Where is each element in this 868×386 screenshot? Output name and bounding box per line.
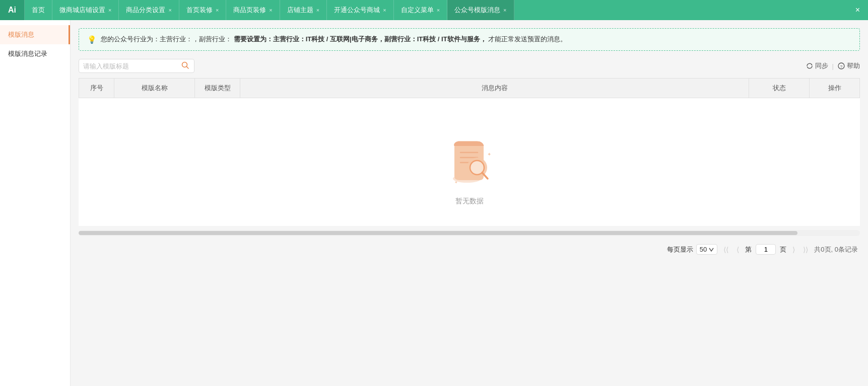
tab-product-decor[interactable]: 商品页装修 ×	[226, 0, 280, 20]
tab-close-template-msg[interactable]: ×	[503, 7, 506, 13]
page-size-wrap: 每页显示 50	[667, 244, 717, 255]
tab-home[interactable]: 首页	[25, 0, 52, 20]
tab-close-shop-theme[interactable]: ×	[316, 7, 319, 13]
svg-line-1	[186, 66, 188, 68]
sidebar: 模版消息 模版消息记录	[0, 20, 71, 386]
empty-state: ✦ ✦ 暂无数据	[79, 98, 860, 226]
col-type: 模版类型	[195, 79, 240, 98]
tab-open-mall[interactable]: 开通公众号商城 ×	[327, 0, 393, 20]
page-last-button[interactable]: ⟩⟩	[801, 245, 810, 255]
toolbar-divider: |	[832, 62, 834, 70]
tab-close-custom-menu[interactable]: ×	[437, 7, 440, 13]
search-area: 同步 | ? 帮助	[79, 59, 860, 73]
page-next-button[interactable]: ⟩	[790, 245, 797, 255]
col-name: 模版名称	[114, 79, 195, 98]
empty-state-icon: ✦ ✦	[439, 128, 500, 189]
main-layout: 模版消息 模版消息记录 💡 您的公众号行业为：主营行业：，副营行业： 需要设置为…	[0, 20, 868, 386]
tab-close-home-decor[interactable]: ×	[216, 7, 219, 13]
search-input[interactable]	[83, 62, 180, 70]
tab-shop-theme[interactable]: 店铺主题 ×	[280, 0, 327, 20]
chevron-down-icon	[709, 248, 714, 252]
tab-bar: Ai 首页 微商城店铺设置 × 商品分类设置 × 首页装修 × 商品页装修 × …	[0, 0, 868, 20]
sidebar-item-template-msg[interactable]: 模版消息	[0, 25, 70, 44]
search-input-wrap	[79, 59, 194, 73]
content-area: 💡 您的公众号行业为：主营行业：，副营行业： 需要设置为：主营行业：IT科技 /…	[71, 20, 868, 386]
col-status: 状态	[749, 79, 810, 98]
help-button[interactable]: ? 帮助	[838, 61, 860, 70]
toolbar-right: 同步 | ? 帮助	[806, 61, 860, 70]
total-info: 共0页, 0条记录	[814, 245, 858, 254]
page-input[interactable]: 1	[756, 244, 776, 255]
tab-close-product-category[interactable]: ×	[168, 7, 171, 13]
tab-custom-menu[interactable]: 自定义菜单 ×	[394, 0, 447, 20]
tab-home-decor[interactable]: 首页装修 ×	[179, 0, 226, 20]
tab-close-product-decor[interactable]: ×	[269, 7, 272, 13]
horizontal-scrollbar[interactable]	[79, 230, 860, 236]
tab-template-msg[interactable]: 公众号模版消息 ×	[447, 0, 514, 20]
data-table: 序号 模版名称 模版类型 消息内容 状态 操作	[79, 78, 860, 226]
svg-text:?: ?	[840, 64, 843, 69]
tab-close-open-mall[interactable]: ×	[383, 7, 386, 13]
svg-text:✦: ✦	[454, 180, 458, 185]
notice-box: 💡 您的公众号行业为：主营行业：，副营行业： 需要设置为：主营行业：IT科技 /…	[79, 28, 860, 51]
search-icon	[181, 61, 189, 69]
empty-text: 暂无数据	[455, 197, 484, 206]
page-first-button[interactable]: ⟨⟨	[721, 245, 730, 255]
page-label: 第	[745, 245, 752, 254]
page-size-label: 每页显示	[667, 245, 693, 254]
tab-close-shop-settings[interactable]: ×	[108, 7, 111, 13]
empty-state-row: ✦ ✦ 暂无数据	[79, 98, 860, 226]
col-action: 操作	[810, 79, 860, 98]
tab-product-category[interactable]: 商品分类设置 ×	[119, 0, 179, 20]
sync-button[interactable]: 同步	[806, 61, 828, 70]
help-icon: ?	[838, 62, 845, 69]
page-prev-button[interactable]: ⟨	[735, 245, 741, 255]
global-close-button[interactable]: ×	[847, 0, 868, 20]
search-button[interactable]	[180, 61, 190, 70]
page-size-select[interactable]: 50	[696, 244, 717, 255]
tab-shop-settings[interactable]: 微商城店铺设置 ×	[52, 0, 119, 20]
pagination: 每页显示 50 ⟨⟨ ⟨ 第 1 页 ⟩ ⟩⟩ 共0页, 0条记录	[79, 240, 860, 259]
notice-text: 您的公众号行业为：主营行业：，副营行业： 需要设置为：主营行业：IT科技 / 互…	[101, 35, 567, 44]
sidebar-item-template-msg-record[interactable]: 模版消息记录	[0, 44, 70, 63]
scrollbar-thumb	[79, 231, 797, 235]
col-content: 消息内容	[240, 79, 749, 98]
sync-icon	[806, 62, 813, 69]
svg-text:✦: ✦	[487, 151, 491, 157]
notice-icon: 💡	[87, 35, 97, 44]
app-logo: Ai	[0, 0, 25, 20]
col-seq: 序号	[79, 79, 114, 98]
page-unit-label: 页	[780, 245, 786, 254]
